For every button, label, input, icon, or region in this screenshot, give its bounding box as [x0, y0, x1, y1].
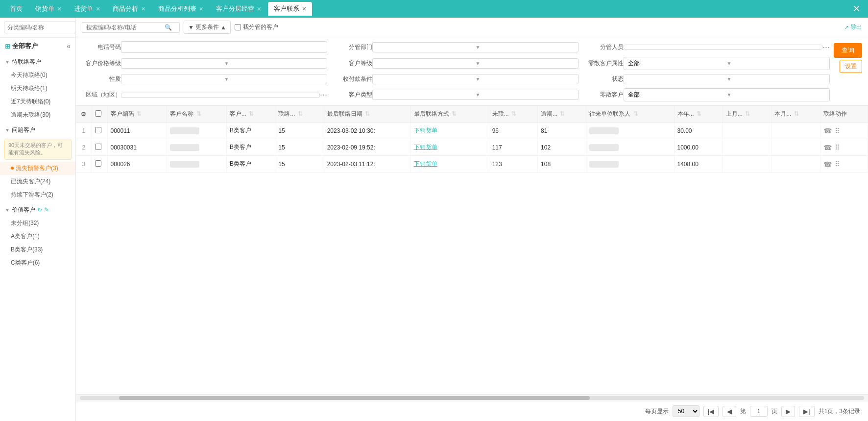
sidebar-all-customers[interactable]: ⊞ 全部客户 «: [0, 38, 75, 54]
table-header-unit-contact[interactable]: 往来单位联系人 ⇅: [586, 106, 674, 123]
sidebar-item-already-churned[interactable]: 已流失客户(24): [0, 175, 75, 188]
row-more-icon-1[interactable]: ⠿: [835, 144, 840, 151]
row-uncontact-1: 117: [489, 139, 537, 156]
row-more-icon-2[interactable]: ⠿: [835, 160, 840, 168]
sidebar-item-grade-c[interactable]: C类客户(6): [0, 256, 75, 270]
row-checkbox-1[interactable]: [92, 139, 107, 156]
toolbar-search-icon[interactable]: 🔍: [165, 24, 172, 31]
my-customers-checkbox[interactable]: [235, 24, 241, 30]
row-select-2[interactable]: [95, 160, 101, 167]
export-btn[interactable]: ↗ 导出: [844, 23, 862, 31]
horizontal-scrollbar[interactable]: [76, 394, 868, 401]
table-header-last-month[interactable]: 上月... ⇅: [723, 106, 771, 123]
tab-close-product-analysis-list[interactable]: ×: [199, 5, 203, 13]
row-contact-icon-1[interactable]: ☎: [823, 144, 832, 151]
status-select[interactable]: ▼: [624, 74, 830, 84]
row-more-icon-0[interactable]: ⠿: [835, 127, 840, 135]
query-button[interactable]: 查询: [834, 43, 862, 58]
zero-attr-select[interactable]: 全部 ▼: [624, 57, 830, 70]
table-header-settings[interactable]: ⚙: [76, 106, 92, 123]
row-checkbox-2[interactable]: [92, 156, 107, 173]
sidebar-group-value-title[interactable]: ▼ 价值客户 ↻ ✎: [0, 203, 75, 217]
sidebar-collapse-icon[interactable]: «: [67, 42, 71, 50]
customer-type-select[interactable]: ▼: [372, 90, 579, 100]
sidebar-group-problem-title[interactable]: ▼ 问题客户: [0, 124, 75, 137]
manager-select[interactable]: [624, 45, 822, 50]
edit-icon[interactable]: ✎: [44, 206, 49, 213]
table-header-contact-count[interactable]: 联络... ⇅: [275, 106, 324, 123]
sidebar-item-churn-warning[interactable]: 流失预警客户(3): [0, 162, 75, 175]
tab-close-customer-contact[interactable]: ×: [302, 5, 306, 13]
page-size-select[interactable]: 50 100 200: [673, 405, 699, 417]
row-method-link-1[interactable]: 下销货单: [414, 144, 437, 150]
payment-select[interactable]: ▼: [372, 74, 579, 84]
table-header-code[interactable]: 客户编码 ⇅: [107, 106, 167, 123]
sidebar-item-grade-a[interactable]: A类客户(1): [0, 230, 75, 243]
row-contact-icon-0[interactable]: ☎: [823, 127, 832, 135]
tab-close-sales[interactable]: ×: [57, 5, 61, 13]
nature-select[interactable]: ▼: [121, 74, 327, 84]
next-page-btn[interactable]: ▶: [781, 406, 795, 417]
phone-input[interactable]: [121, 41, 327, 53]
manager-more-icon[interactable]: ···: [822, 42, 830, 52]
sidebar-item-7days-pending[interactable]: 近7天待联络(0): [0, 95, 75, 108]
price-grade-select[interactable]: ▼: [121, 58, 327, 69]
region-more-icon[interactable]: ···: [320, 90, 327, 100]
churn-tooltip: 90天未交易的客户，可能有流失风险。: [4, 139, 72, 160]
sidebar-item-declining[interactable]: 持续下滑客户(2): [0, 188, 75, 201]
table-header-type[interactable]: 客户... ⇅: [226, 106, 275, 123]
region-select[interactable]: [121, 93, 320, 98]
first-page-btn[interactable]: |◀: [703, 406, 719, 417]
table-header-last-date[interactable]: 最后联络日期 ⇅: [324, 106, 410, 123]
row-method-link-2[interactable]: 下销货单: [414, 160, 437, 167]
table-header-last-method[interactable]: 最后联络方式 ⇅: [410, 106, 489, 123]
tab-product-analysis[interactable]: 商品分析 ×: [107, 2, 151, 16]
tab-product-analysis-list[interactable]: 商品分析列表 ×: [152, 2, 209, 16]
table-header-this-month[interactable]: 本月... ⇅: [772, 106, 820, 123]
filter-action-buttons: 查询 设置: [834, 41, 862, 101]
sidebar-item-overdue-pending[interactable]: 逾期未联络(30): [0, 108, 75, 122]
tab-close-product-analysis[interactable]: ×: [141, 5, 145, 13]
toolbar-search-input[interactable]: [86, 24, 165, 31]
scrollbar-thumb[interactable]: [119, 396, 590, 400]
row-overdue-2: 108: [538, 156, 586, 173]
sidebar-search-input[interactable]: [4, 22, 76, 33]
grade-select[interactable]: ▼: [372, 58, 579, 69]
tab-close-purchase[interactable]: ×: [96, 5, 100, 13]
table-header-overdue[interactable]: 逾期... ⇅: [538, 106, 586, 123]
tab-purchase[interactable]: 进货单 ×: [68, 2, 106, 16]
table-header-uncontact[interactable]: 未联... ⇅: [489, 106, 537, 123]
tab-close-customer-tier[interactable]: ×: [257, 5, 261, 13]
zero-customer-select[interactable]: 全部 ▼: [624, 88, 830, 101]
tab-customer-contact[interactable]: 客户联系 ×: [268, 2, 312, 16]
row-select-0[interactable]: [95, 127, 101, 133]
row-select-1[interactable]: [95, 144, 101, 150]
row-contacts-2: [586, 156, 674, 173]
row-method-link-0[interactable]: 下销货单: [414, 127, 437, 134]
sort-contact-icon: ⇅: [298, 110, 303, 117]
refresh-icon[interactable]: ↻: [37, 206, 42, 213]
sort-method-icon: ⇅: [452, 110, 457, 117]
page-number-input[interactable]: [750, 406, 768, 417]
tab-home[interactable]: 首页: [4, 2, 28, 16]
last-page-btn[interactable]: ▶|: [799, 406, 814, 417]
more-conditions-btn[interactable]: ▼ 更多条件 ▲: [184, 21, 231, 34]
my-customers-checkbox-label[interactable]: 我分管的客户: [235, 23, 278, 31]
sidebar-item-today-pending[interactable]: 今天待联络(0): [0, 69, 75, 82]
select-all-checkbox[interactable]: [95, 110, 101, 117]
tab-customer-tier[interactable]: 客户分层经营 ×: [210, 2, 267, 16]
row-checkbox-0[interactable]: [92, 123, 107, 139]
row-contact-icon-2[interactable]: ☎: [823, 160, 832, 168]
tab-sales[interactable]: 销货单 ×: [29, 2, 67, 16]
sidebar-group-pending-title[interactable]: ▼ 待联络客户: [0, 55, 75, 69]
sidebar-item-tomorrow-pending[interactable]: 明天待联络(1): [0, 82, 75, 95]
sidebar-item-grade-b[interactable]: B类客户(33): [0, 243, 75, 256]
prev-page-btn[interactable]: ◀: [723, 406, 736, 417]
row-method-0: 下销货单: [410, 123, 489, 139]
dept-select[interactable]: ▼: [372, 42, 579, 52]
window-close-button[interactable]: ✕: [849, 3, 864, 14]
table-header-name[interactable]: 客户名称 ⇅: [167, 106, 227, 123]
settings-button[interactable]: 设置: [840, 60, 862, 73]
table-header-this-year[interactable]: 本年... ⇅: [674, 106, 723, 123]
sidebar-item-ungrouped[interactable]: 未分组(32): [0, 217, 75, 230]
